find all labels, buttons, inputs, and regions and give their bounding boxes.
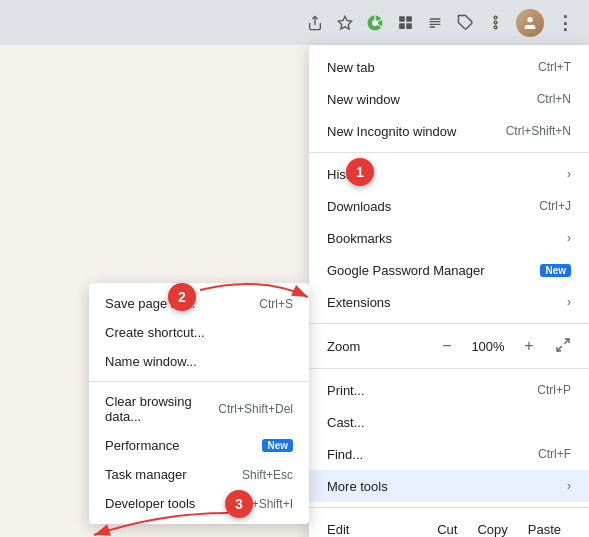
chrome-logo-icon [366,14,384,32]
submenu-performance[interactable]: Performance New [89,431,309,460]
star-icon[interactable] [336,14,354,32]
divider-3 [309,368,589,369]
menu-item-password-manager[interactable]: Google Password Manager New [309,254,589,286]
svg-point-10 [494,16,497,19]
main-menu: New tab Ctrl+T New window Ctrl+N New Inc… [309,45,589,537]
profile-avatar[interactable] [516,9,544,37]
submenu-save-page[interactable]: Save page as... Ctrl+S [89,289,309,318]
divider-4 [309,507,589,508]
menu-item-extensions[interactable]: Extensions › [309,286,589,318]
annotation-2: 2 [168,283,196,311]
menu-item-incognito[interactable]: New Incognito window Ctrl+Shift+N [309,115,589,147]
svg-point-9 [494,21,497,24]
menu-item-print[interactable]: Print... Ctrl+P [309,374,589,406]
annotation-3: 3 [225,490,253,518]
menu-item-bookmarks[interactable]: Bookmarks › [309,222,589,254]
paste-button[interactable]: Paste [518,520,571,537]
zoom-control: Zoom − 100% + [309,329,589,363]
more-options-button[interactable]: ⋮ [556,12,573,34]
svg-rect-4 [399,16,405,22]
cut-button[interactable]: Cut [427,520,467,537]
svg-rect-5 [406,16,412,22]
divider-1 [309,152,589,153]
submenu-developer-tools[interactable]: Developer tools Ctrl+Shift+I [89,489,309,518]
zoom-out-button[interactable]: − [435,334,459,358]
new-badge-performance: New [262,439,293,452]
reading-list-icon[interactable] [426,14,444,32]
svg-point-12 [527,17,532,22]
copy-button[interactable]: Copy [467,520,517,537]
zoom-value: 100% [469,339,507,354]
puzzle-icon[interactable] [456,14,474,32]
divider-2 [309,323,589,324]
fullscreen-button[interactable] [555,337,571,356]
svg-point-11 [494,26,497,29]
svg-line-14 [557,346,562,351]
submenu-name-window[interactable]: Name window... [89,347,309,376]
share-icon[interactable] [306,14,324,32]
page-content: Save draft New tab Ctrl+T New window Ctr… [0,45,589,537]
menu-item-cast[interactable]: Cast... [309,406,589,438]
zoom-in-button[interactable]: + [517,334,541,358]
menu-item-more-tools[interactable]: More tools › [309,470,589,502]
submenu-divider [89,381,309,382]
toolbar-icons: ⋮ [306,9,573,37]
svg-point-3 [372,20,378,26]
annotation-1: 1 [346,158,374,186]
submenu-create-shortcut[interactable]: Create shortcut... [89,318,309,347]
menu-alt-icon[interactable] [486,14,504,32]
svg-rect-7 [406,23,412,29]
menu-item-new-window[interactable]: New window Ctrl+N [309,83,589,115]
browser-toolbar: ⋮ [0,0,589,45]
svg-rect-6 [399,23,405,29]
svg-line-13 [564,339,569,344]
menu-item-new-tab[interactable]: New tab Ctrl+T [309,51,589,83]
edit-row: Edit Cut Copy Paste [309,513,589,537]
menu-item-find[interactable]: Find... Ctrl+F [309,438,589,470]
new-badge-password: New [540,264,571,277]
more-tools-submenu: Save page as... Ctrl+S Create shortcut..… [89,283,309,524]
submenu-task-manager[interactable]: Task manager Shift+Esc [89,460,309,489]
svg-marker-1 [338,16,351,29]
menu-item-downloads[interactable]: Downloads Ctrl+J [309,190,589,222]
submenu-clear-browsing[interactable]: Clear browsing data... Ctrl+Shift+Del [89,387,309,431]
extensions-icon[interactable] [396,14,414,32]
